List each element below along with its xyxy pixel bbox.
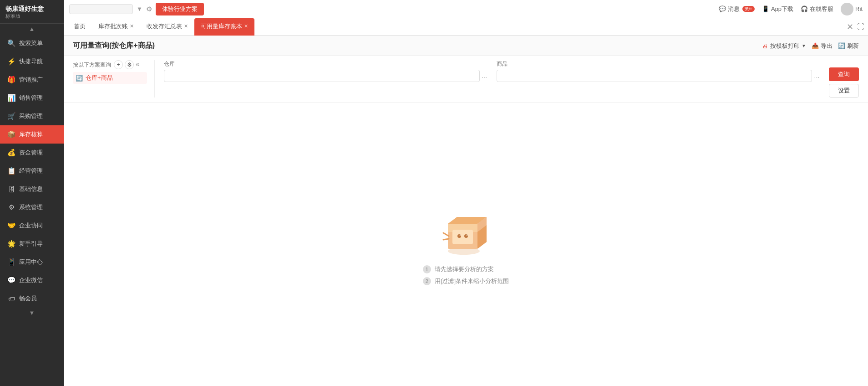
message-icon: 💬 [719,5,726,12]
goods-input[interactable] [497,70,812,82]
sidebar-item-operations[interactable]: 📋 经营管理 [0,162,64,180]
add-scheme-btn[interactable]: + [114,60,123,69]
sidebar-item-enterprise[interactable]: 🤝 企业协同 [0,216,64,235]
sidebar-item-inventory[interactable]: 📦 库存核算 [0,125,64,144]
tab-home[interactable]: 首页 [67,18,92,36]
user-name: Rit [855,5,863,12]
sidebar-item-member[interactable]: 🏷 畅会员 [0,289,64,308]
app-download-label: App下载 [771,5,793,13]
setting-btn[interactable]: 设置 [829,84,859,98]
app-download-btn[interactable]: 📱 App下载 [762,5,793,13]
base-info-icon: 🗄 [7,185,15,193]
scroll-down-btn[interactable]: ▼ [0,308,64,318]
sidebar-item-sales[interactable]: 📊 销售管理 [0,89,64,107]
sidebar-item-label: 营销推广 [19,76,43,84]
tab-batch-ledger[interactable]: 库存批次账 ✕ [92,18,140,36]
wechat-icon: 💬 [7,276,15,284]
app-download-icon: 📱 [762,5,769,12]
hint-text-2: 用[过滤]条件来缩小分析范围 [435,277,509,285]
print-btn[interactable]: 🖨 按模板打印 ▼ [762,42,806,50]
collapse-filter-btn[interactable]: « [136,60,140,69]
sidebar-item-base-info[interactable]: 🗄 基础信息 [0,180,64,198]
sidebar-item-search[interactable]: 🔍 搜索菜单 [0,34,64,52]
goods-more-btn[interactable]: … [814,72,820,79]
tabs-bar: 首页 库存批次账 ✕ 收发存汇总表 ✕ 可用量库存账本 ✕ ✕ ⛶ [64,18,868,36]
tab-available-ledger-label: 可用量库存账本 [201,22,242,31]
empty-illustration [439,203,493,258]
message-btn[interactable]: 💬 消息 99+ [719,5,755,13]
online-support-btn[interactable]: 🎧 在线客服 [801,5,833,13]
tab-receipt-summary-close[interactable]: ✕ [184,23,188,29]
content-area: 可用量查询(按仓库+商品) 🖨 按模板打印 ▼ 📤 导出 🔄 刷新 [64,36,868,386]
marketing-icon: 🎁 [7,76,15,84]
sidebar-item-wechat[interactable]: 💬 企业微信 [0,271,64,289]
export-btn[interactable]: 📤 导出 [812,42,832,50]
expand-tabs-btn[interactable]: ⛶ [857,23,864,31]
avatar [841,3,853,15]
sidebar-item-label: 企业微信 [19,276,43,284]
warehouse-filter-field: 仓库 … [164,60,487,82]
filter-actions: 查询 设置 [829,60,859,98]
empty-hint-2: 2 用[过滤]条件来缩小分析范围 [423,277,509,285]
operations-icon: 📋 [7,167,15,175]
scheme-settings-btn[interactable]: ⚙ [125,60,134,69]
sidebar-item-label: 应用中心 [19,258,43,266]
finance-icon: 💰 [7,149,15,157]
refresh-icon: 🔄 [838,42,845,49]
close-all-tabs-btn[interactable]: ✕ [847,22,853,32]
topbar-gear-icon[interactable]: ⚙ [146,5,152,13]
filter-fields: 仓库 … 商品 … 查询 设置 [164,60,859,98]
sidebar-logo: 畅康通好生意 标准版 [0,0,64,24]
query-btn[interactable]: 查询 [829,67,859,81]
user-avatar-btn[interactable]: Rit [841,3,863,15]
warehouse-input[interactable] [164,70,480,82]
tab-available-ledger-close[interactable]: ✕ [244,23,248,29]
goods-input-row: … [497,70,820,82]
sidebar-item-system[interactable]: ⚙ 系统管理 [0,198,64,216]
sidebar-nav: ▲ 🔍 搜索菜单 ⚡ 快捷导航 🎁 营销推广 📊 销售管理 🛒 采购管理 📦 库… [0,24,64,386]
topbar: ▼ ⚙ 体验行业方案 💬 消息 99+ 📱 App下载 🎧 在线客服 Rit [64,0,868,18]
topbar-dropdown-icon[interactable]: ▼ [137,5,142,12]
goods-filter-field: 商品 … [497,60,820,82]
sidebar-item-finance[interactable]: 💰 资金管理 [0,144,64,162]
industry-btn[interactable]: 体验行业方案 [156,3,204,15]
sidebar-item-shortcut[interactable]: ⚡ 快捷导航 [0,52,64,71]
logo-title: 畅康通好生意 [5,5,58,13]
support-icon: 🎧 [801,5,808,12]
svg-point-10 [466,235,467,236]
sidebar-item-marketing[interactable]: 🎁 营销推广 [0,71,64,89]
warehouse-more-btn[interactable]: … [482,72,487,79]
message-badge: 99+ [742,6,755,12]
page-header: 可用量查询(按仓库+商品) 🖨 按模板打印 ▼ 📤 导出 🔄 刷新 [64,36,868,56]
sidebar-item-purchase[interactable]: 🛒 采购管理 [0,107,64,125]
topbar-search-input[interactable] [69,4,133,14]
logo-sub: 标准版 [5,13,58,20]
tabs-bar-right: ✕ ⛶ [847,22,864,32]
filter-scheme-panel: 按以下方案查询 + ⚙ « 🔄 仓库+商品 [73,60,155,98]
newbie-icon: 🌟 [7,240,15,248]
tab-available-ledger[interactable]: 可用量库存账本 ✕ [194,18,254,36]
goods-label: 商品 [497,60,820,68]
tab-batch-ledger-close[interactable]: ✕ [130,23,134,29]
box-svg [439,203,493,258]
scheme-name: 仓库+商品 [86,74,113,82]
sidebar-item-label: 经营管理 [19,167,43,175]
sidebar-item-label: 畅会员 [19,294,37,303]
refresh-btn[interactable]: 🔄 刷新 [838,42,859,50]
scheme-item-warehouse-goods[interactable]: 🔄 仓库+商品 [73,72,147,84]
sidebar-item-app-center[interactable]: 📱 应用中心 [0,253,64,271]
scheme-action-btns: + ⚙ « [114,60,140,69]
print-label: 按模板打印 [770,42,800,50]
scroll-up-btn[interactable]: ▲ [0,24,64,34]
print-dropdown-icon[interactable]: ▼ [802,43,806,48]
sidebar-item-label: 基础信息 [19,185,43,193]
tab-receipt-summary-label: 收发存汇总表 [147,22,182,31]
message-label: 消息 [728,5,740,13]
empty-hint-1: 1 请先选择要分析的方案 [423,265,509,273]
scheme-icon: 🔄 [76,75,83,82]
sidebar-item-label: 新手引导 [19,240,43,248]
tab-batch-ledger-label: 库存批次账 [98,22,128,31]
sidebar-item-newbie[interactable]: 🌟 新手引导 [0,235,64,253]
tab-receipt-summary[interactable]: 收发存汇总表 ✕ [140,18,194,36]
sidebar-item-label: 企业协同 [19,221,43,230]
